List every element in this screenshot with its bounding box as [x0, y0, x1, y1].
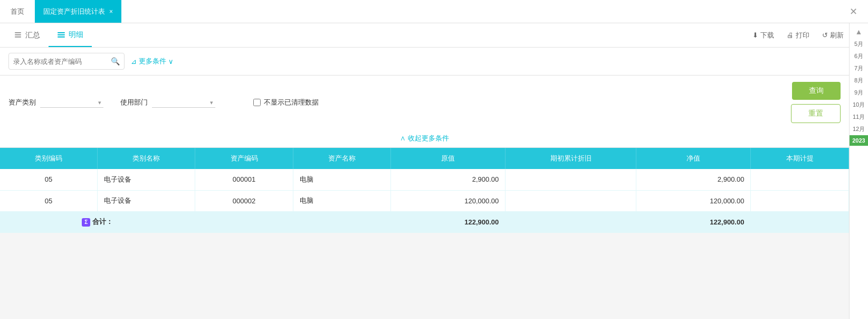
cell-asset-code: 000002 — [195, 190, 293, 211]
search-input-wrapper[interactable]: 🔍 — [8, 53, 125, 70]
cell-original-value: 120,000.00 — [391, 190, 505, 211]
top-nav: 首页 固定资产折旧统计表 × ✕ — [0, 0, 868, 23]
search-icon[interactable]: 🔍 — [111, 57, 120, 65]
tab-actions: ⬇ 下载 🖨 打印 ↺ 刷新 — [752, 31, 844, 40]
search-bar: 🔍 ⊿ 更多条件 ∨ — [0, 48, 849, 76]
table-row: 05 电子设备 000002 电脑 120,000.00 120,000.00 — [0, 190, 849, 211]
cell-accumulated — [505, 190, 636, 211]
cell-net-value: 2,900.00 — [636, 169, 751, 190]
col-header-accumulated: 期初累计折旧 — [505, 148, 636, 169]
col-header-category: 类别名称 — [97, 148, 195, 169]
tab-summary-label: 汇总 — [25, 31, 40, 40]
sidebar-month-item[interactable]: 11月 — [852, 111, 866, 123]
table-header-row: 类别编码 类别名称 资产编码 资产名称 原值 期初累计折旧 净值 本期计提 — [0, 148, 849, 169]
col-header-code: 类别编码 — [0, 148, 97, 169]
col-header-current-dep: 本期计提 — [751, 148, 849, 169]
department-select[interactable] — [152, 97, 215, 108]
col-header-asset-name: 资产名称 — [293, 148, 391, 169]
sidebar-arrow-up[interactable]: ▲ — [853, 25, 865, 38]
filter-buttons: 查询 重置 — [791, 82, 841, 123]
svg-rect-5 — [58, 36, 65, 37]
total-label: Σ合计： — [0, 211, 195, 232]
col-header-asset-code: 资产编码 — [195, 148, 293, 169]
total-icon: Σ — [82, 218, 90, 227]
asset-type-label: 资产类别 — [8, 98, 36, 107]
data-table: 类别编码 类别名称 资产编码 资产名称 原值 期初累计折旧 净值 本期计提 05… — [0, 148, 849, 233]
asset-type-filter: 资产类别 — [8, 97, 103, 108]
main-layout: 汇总 明细 ⬇ 下载 🖨 打印 — [0, 23, 868, 319]
query-button[interactable]: 查询 — [792, 82, 841, 100]
filter-row: 资产类别 使用部门 — [8, 82, 841, 123]
more-conditions-label: 更多条件 — [139, 57, 166, 66]
svg-rect-0 — [15, 36, 21, 37]
refresh-button[interactable]: ↺ 刷新 — [822, 31, 844, 40]
col-header-net-value: 净值 — [636, 148, 751, 169]
cell-code: 05 — [0, 169, 97, 190]
print-button[interactable]: 🖨 打印 — [787, 31, 809, 40]
layers-icon — [14, 31, 22, 40]
sidebar-month-item[interactable]: 7月 — [852, 62, 866, 74]
list-icon — [57, 31, 65, 39]
collapse-bar[interactable]: ∧ 收起更多条件 — [8, 129, 841, 147]
tab-title: 固定资产折旧统计表 — [43, 7, 105, 16]
sidebar-month-item[interactable]: 5月 — [852, 38, 866, 50]
print-icon: 🖨 — [787, 31, 794, 39]
hide-cleared-checkbox[interactable] — [253, 99, 261, 106]
cell-current-dep — [751, 169, 849, 190]
cell-asset-code: 000001 — [195, 169, 293, 190]
asset-type-select[interactable] — [40, 97, 103, 108]
tab-detail-label: 明细 — [69, 30, 83, 40]
hide-cleared-label: 不显示已清理数据 — [264, 98, 319, 107]
cell-accumulated — [505, 169, 636, 190]
total-row: Σ合计： 122,900.00 122,900.00 — [0, 211, 849, 232]
content-area: 汇总 明细 ⬇ 下载 🖨 打印 — [0, 23, 849, 319]
cell-current-dep — [751, 190, 849, 211]
col-header-original-value: 原值 — [391, 148, 505, 169]
sidebar-year-badge[interactable]: 2023 — [850, 135, 868, 146]
sidebar-month-item[interactable]: 12月 — [852, 123, 866, 135]
search-input[interactable] — [13, 58, 111, 65]
department-filter: 使用部门 — [120, 97, 215, 108]
sidebar-months: 5月6月7月8月9月10月11月12月 — [852, 38, 866, 135]
svg-rect-4 — [58, 34, 65, 35]
cell-code: 05 — [0, 190, 97, 211]
cell-category: 电子设备 — [97, 169, 195, 190]
department-select-wrapper[interactable] — [152, 97, 215, 108]
cell-asset-name: 电脑 — [293, 169, 391, 190]
window-close-button[interactable]: ✕ — [839, 0, 868, 23]
cell-asset-name: 电脑 — [293, 190, 391, 211]
chevron-down-icon: ∨ — [168, 58, 174, 65]
total-current-dep — [751, 211, 849, 232]
department-label: 使用部门 — [120, 98, 148, 107]
tab-bar: 汇总 明细 ⬇ 下载 🖨 打印 — [0, 23, 849, 48]
reset-button[interactable]: 重置 — [791, 104, 841, 123]
sidebar-month-item[interactable]: 8月 — [852, 74, 866, 87]
hide-cleared-checkbox-item[interactable]: 不显示已清理数据 — [253, 98, 319, 107]
tab-close-icon[interactable]: × — [109, 8, 113, 15]
svg-rect-3 — [58, 32, 65, 33]
cell-category: 电子设备 — [97, 190, 195, 211]
more-conditions-button[interactable]: ⊿ 更多条件 ∨ — [131, 57, 174, 66]
total-accumulated — [505, 211, 636, 232]
svg-rect-2 — [15, 32, 21, 33]
refresh-icon: ↺ — [822, 31, 828, 39]
download-button[interactable]: ⬇ 下载 — [752, 31, 774, 40]
total-original-value: 122,900.00 — [391, 211, 505, 232]
tab-summary[interactable]: 汇总 — [5, 23, 49, 47]
sidebar-month-item[interactable]: 10月 — [852, 99, 866, 111]
total-net-value: 122,900.00 — [636, 211, 751, 232]
table-area: 类别编码 类别名称 资产编码 资产名称 原值 期初累计折旧 净值 本期计提 05… — [0, 148, 849, 319]
right-sidebar: ▲ 5月6月7月8月9月10月11月12月 2023 — [849, 23, 868, 319]
table-row: 05 电子设备 000001 电脑 2,900.00 2,900.00 — [0, 169, 849, 190]
svg-rect-1 — [15, 34, 21, 35]
home-nav[interactable]: 首页 — [0, 0, 35, 23]
tab-detail[interactable]: 明细 — [49, 23, 92, 47]
sidebar-month-item[interactable]: 6月 — [852, 50, 866, 62]
download-icon: ⬇ — [752, 31, 758, 39]
active-tab[interactable]: 固定资产折旧统计表 × — [35, 0, 121, 23]
asset-type-select-wrapper[interactable] — [40, 97, 103, 108]
cell-net-value: 120,000.00 — [636, 190, 751, 211]
sidebar-month-item[interactable]: 9月 — [852, 87, 866, 99]
filter-icon: ⊿ — [131, 58, 137, 65]
cell-original-value: 2,900.00 — [391, 169, 505, 190]
